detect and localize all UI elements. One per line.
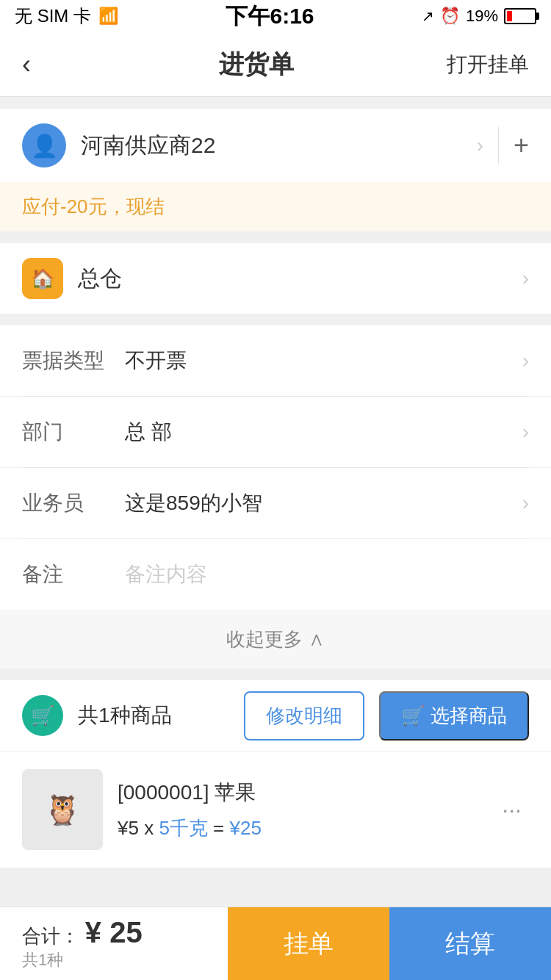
department-value: 总 部 <box>125 418 522 446</box>
battery-icon <box>504 8 536 24</box>
product-item: 🦉 [0000001] 苹果 ¥5 x 5千克 = ¥25 ··· <box>0 752 551 868</box>
battery-fill <box>507 11 512 21</box>
invoice-type-value: 不开票 <box>125 347 522 375</box>
status-bar: 无 SIM 卡 📶 下午6:16 ↗ ⏰ 19% <box>0 0 551 32</box>
footer-item-count: 共1种 <box>22 949 206 971</box>
chevron-right-icon[interactable]: › <box>477 134 483 157</box>
location-icon: ↗ <box>422 7 434 25</box>
invoice-type-chevron: › <box>522 349 529 372</box>
remark-row[interactable]: 备注 备注内容 <box>0 539 551 610</box>
subtotal-value: ¥25 <box>230 817 262 839</box>
department-label: 部门 <box>22 418 125 446</box>
salesperson-value: 这是859的小智 <box>125 489 522 517</box>
department-row[interactable]: 部门 总 部 › <box>0 397 551 467</box>
salesperson-row[interactable]: 业务员 这是859的小智 › <box>0 468 551 538</box>
settle-button[interactable]: 结算 <box>389 907 551 981</box>
warehouse-name: 总仓 <box>78 264 522 294</box>
divider <box>498 127 499 164</box>
unit-price: ¥5 x <box>118 817 159 839</box>
product-thumb-icon: 🦉 <box>44 793 81 827</box>
wifi-icon: 📶 <box>98 7 118 26</box>
gap-4 <box>0 669 551 680</box>
carrier-text: 无 SIM 卡 <box>15 4 91 28</box>
status-right: ↗ ⏰ 19% <box>422 7 536 26</box>
select-product-button[interactable]: 🛒 选择商品 <box>379 691 529 741</box>
product-count-label: 共1种商品 <box>78 702 229 729</box>
status-left: 无 SIM 卡 📶 <box>15 4 118 28</box>
footer-total-row: 合计： ¥ 25 <box>22 916 206 949</box>
gap-1 <box>0 97 551 109</box>
department-chevron: › <box>522 420 529 444</box>
product-more-button[interactable]: ··· <box>494 789 529 831</box>
invoice-type-label: 票据类型 <box>22 347 125 375</box>
hangup-button[interactable]: 挂单 <box>228 907 389 981</box>
total-label: 合计： <box>22 925 79 947</box>
quantity-value: 5千克 <box>159 817 207 839</box>
supplier-avatar: 👤 <box>22 123 66 167</box>
select-product-icon: 🛒 <box>401 705 425 727</box>
warehouse-chevron-icon: › <box>522 267 529 290</box>
notice-banner: 应付-20元，现结 <box>0 182 551 231</box>
product-thumbnail: 🦉 <box>22 769 103 850</box>
back-button[interactable]: ‹ <box>22 49 66 80</box>
remark-placeholder[interactable]: 备注内容 <box>125 561 529 588</box>
warehouse-icon: 🏠 <box>22 258 63 299</box>
battery-text: 19% <box>466 7 498 26</box>
page-title: 进货单 <box>219 48 294 82</box>
product-code: [0000001] <box>118 781 215 804</box>
salesperson-chevron: › <box>522 491 529 515</box>
open-hangup-button[interactable]: 打开挂单 <box>447 51 529 79</box>
status-time: 下午6:16 <box>226 1 314 32</box>
supplier-name: 河南供应商22 <box>81 131 477 161</box>
total-amount: ¥ 25 <box>85 916 143 948</box>
remark-label: 备注 <box>22 561 125 588</box>
supplier-row: 👤 河南供应商22 › + <box>0 109 551 182</box>
product-header: 🛒 共1种商品 修改明细 🛒 选择商品 <box>0 680 551 751</box>
footer-total-section: 合计： ¥ 25 共1种 <box>0 916 228 971</box>
alarm-icon: ⏰ <box>440 7 460 26</box>
add-supplier-button[interactable]: + <box>514 130 529 161</box>
product-title: 苹果 <box>215 781 256 804</box>
product-info: [0000001] 苹果 ¥5 x 5千克 = ¥25 <box>118 779 480 841</box>
equals-sign: = <box>213 817 229 839</box>
salesperson-label: 业务员 <box>22 489 125 517</box>
gap-3 <box>0 314 551 325</box>
product-name: [0000001] 苹果 <box>118 779 480 807</box>
product-section-icon: 🛒 <box>22 695 63 736</box>
collapse-button[interactable]: 收起更多 ∧ <box>0 610 551 669</box>
nav-bar: ‹ 进货单 打开挂单 <box>0 32 551 97</box>
avatar-icon: 👤 <box>31 133 58 159</box>
product-price-row: ¥5 x 5千克 = ¥25 <box>118 815 480 841</box>
invoice-type-row[interactable]: 票据类型 不开票 › <box>0 325 551 396</box>
edit-detail-button[interactable]: 修改明细 <box>244 691 364 741</box>
warehouse-row[interactable]: 🏠 总仓 › <box>0 243 551 314</box>
gap-2 <box>0 231 551 243</box>
footer-bar: 合计： ¥ 25 共1种 挂单 结算 <box>0 907 551 980</box>
